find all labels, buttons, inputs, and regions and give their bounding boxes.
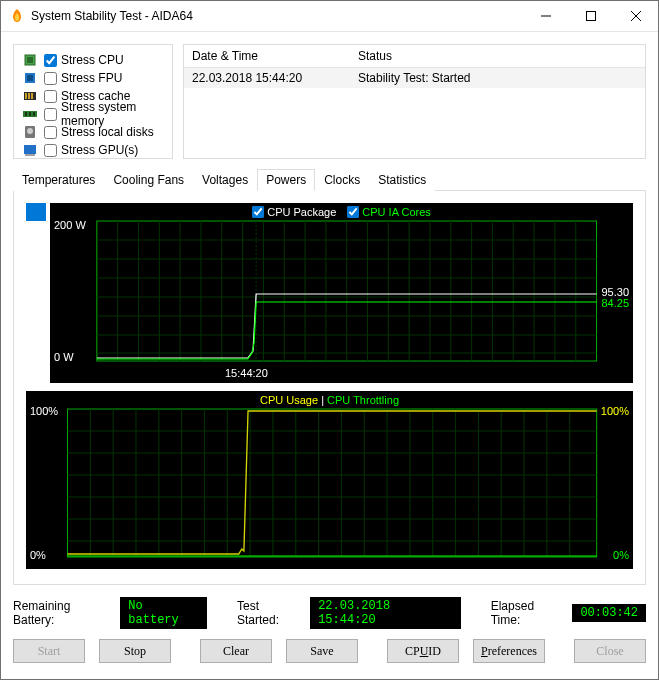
svg-rect-10 [28,93,30,99]
legend-sep: | [321,394,324,406]
legend-cpu-ia-label: CPU IA Cores [362,206,430,218]
svg-rect-15 [33,112,35,116]
stress-disk-label: Stress local disks [61,125,154,139]
tab-voltages[interactable]: Voltages [193,169,257,191]
powers-legend: CPU Package CPU IA Cores [50,206,633,220]
legend-cpu-package-label: CPU Package [267,206,336,218]
stress-fpu-row[interactable]: Stress FPU [22,69,164,87]
svg-rect-7 [27,75,33,81]
start-button: Start [13,639,85,663]
app-icon [9,8,25,24]
col-datetime[interactable]: Date & Time [184,46,350,66]
started-value: 22.03.2018 15:44:20 [310,597,461,629]
log-header: Date & Time Status [184,45,645,68]
svg-rect-9 [25,93,27,99]
stress-gpu-label: Stress GPU(s) [61,143,138,157]
preferences-button[interactable]: Preferences [473,639,545,663]
cache-icon [22,88,38,104]
powers-y-bot: 0 W [54,351,74,363]
elapsed-label: Elapsed Time: [491,599,566,627]
tab-cooling-fans[interactable]: Cooling Fans [104,169,193,191]
close-dialog-button: Close [574,639,646,663]
svg-rect-18 [24,145,36,154]
svg-point-17 [27,128,33,134]
stress-memory-label: Stress system memory [61,100,164,128]
throttling-value: 0% [613,549,629,561]
legend-cpu-ia-checkbox[interactable] [347,206,359,218]
stress-options-panel: Stress CPU Stress FPU Stress cache Stres… [13,44,173,159]
disk-icon [22,124,38,140]
app-window: System Stability Test - AIDA64 Stress CP… [0,0,659,680]
usage-chart: CPU Usage | CPU Throttling 100% 0% 100% … [26,391,633,569]
stress-disk-checkbox[interactable] [44,126,57,139]
svg-rect-1 [586,12,595,21]
stress-cpu-checkbox[interactable] [44,54,57,67]
svg-rect-13 [25,112,27,116]
button-row: Start Stop Clear Save CPUID Preferences … [13,637,646,667]
svg-rect-5 [27,57,33,63]
svg-rect-19 [25,154,35,156]
maximize-button[interactable] [568,2,613,31]
elapsed-value: 00:03:42 [572,604,646,622]
close-button[interactable] [613,2,658,31]
svg-rect-14 [29,112,31,116]
powers-y-top: 200 W [54,219,86,231]
stress-memory-checkbox[interactable] [44,108,57,121]
log-table: Date & Time Status 22.03.2018 15:44:20 S… [183,44,646,159]
titlebar[interactable]: System Stability Test - AIDA64 [1,1,658,32]
tab-bar: Temperatures Cooling Fans Voltages Power… [13,167,646,191]
log-row[interactable]: 22.03.2018 15:44:20 Stability Test: Star… [184,68,645,88]
stress-disk-row[interactable]: Stress local disks [22,123,164,141]
battery-value: No battery [120,597,207,629]
log-row-status: Stability Test: Started [350,69,645,87]
tab-statistics[interactable]: Statistics [369,169,435,191]
started-label: Test Started: [237,599,303,627]
cpuid-button[interactable]: CPUID [387,639,459,663]
legend-cpu-package-checkbox[interactable] [252,206,264,218]
save-button[interactable]: Save [286,639,358,663]
stress-cpu-row[interactable]: Stress CPU [22,51,164,69]
stress-fpu-checkbox[interactable] [44,72,57,85]
battery-label: Remaining Battery: [13,599,114,627]
sensor-selected[interactable] [26,203,46,221]
powers-chart: CPU Package CPU IA Cores 200 W 0 W 15:44… [50,203,633,383]
legend-cpu-throttling: CPU Throttling [327,394,399,406]
cpu-icon [22,52,38,68]
stress-memory-row[interactable]: Stress system memory [22,105,164,123]
stress-gpu-checkbox[interactable] [44,144,57,157]
col-status[interactable]: Status [350,46,645,66]
stress-gpu-row[interactable]: Stress GPU(s) [22,141,164,159]
usage-value: 100% [601,405,629,417]
tab-temperatures[interactable]: Temperatures [13,169,104,191]
chart-area: CPU Package CPU IA Cores 200 W 0 W 15:44… [13,191,646,585]
stress-cache-checkbox[interactable] [44,90,57,103]
clear-button[interactable]: Clear [200,639,272,663]
fpu-icon [22,70,38,86]
powers-x-tick: 15:44:20 [225,367,268,379]
tab-powers[interactable]: Powers [257,169,315,191]
stop-button[interactable]: Stop [99,639,171,663]
log-row-dt: 22.03.2018 15:44:20 [184,69,350,87]
legend-cpu-usage: CPU Usage [260,394,318,406]
ram-icon [22,106,38,122]
sensor-list[interactable] [26,203,46,383]
stress-fpu-label: Stress FPU [61,71,122,85]
status-row: Remaining Battery: No battery Test Start… [13,585,646,637]
usage-y-top-l: 100% [30,405,58,417]
svg-rect-11 [31,93,33,99]
stress-cpu-label: Stress CPU [61,53,124,67]
window-title: System Stability Test - AIDA64 [31,9,523,23]
gpu-icon [22,142,38,158]
tab-clocks[interactable]: Clocks [315,169,369,191]
usage-y-bot-l: 0% [30,549,46,561]
minimize-button[interactable] [523,2,568,31]
powers-ia-value: 84.25 [601,297,629,309]
usage-legend: CPU Usage | CPU Throttling [26,394,633,406]
